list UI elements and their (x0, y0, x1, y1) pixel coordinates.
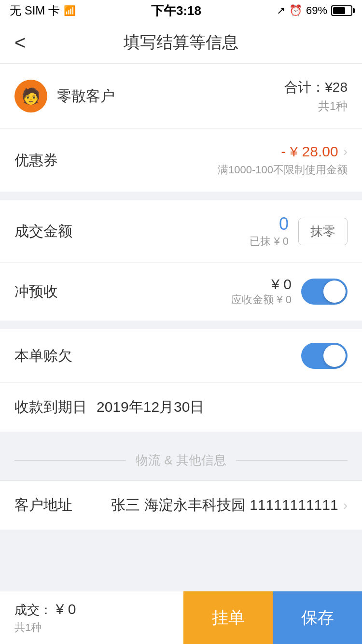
status-time: 下午3:18 (151, 2, 201, 19)
prepayment-right: ¥ 0 应收金额 ¥ 0 (231, 276, 348, 307)
prepayment-toggle[interactable] (301, 279, 348, 305)
location-icon: ↗ (277, 4, 285, 17)
bottom-deal-amount: ¥ 0 (56, 601, 76, 617)
divider-1 (0, 192, 362, 200)
deal-amount-value[interactable]: 0 (250, 214, 289, 234)
wifi-icon: 📶 (64, 5, 76, 16)
debt-toggle-thumb (323, 345, 346, 367)
deal-amount-label: 成交金额 (14, 222, 72, 241)
status-bar: 无 SIM 卡 📶 下午3:18 ↗ ⏰ 69% (0, 0, 362, 21)
due-date-value[interactable]: 2019年12月30日 (97, 397, 204, 417)
back-icon: < (14, 32, 26, 53)
divider-3 (0, 432, 362, 440)
avatar-char: 🧑 (21, 87, 41, 105)
battery-icon (331, 5, 352, 16)
round-off-button[interactable]: 抹零 (298, 218, 348, 245)
prepayment-label: 冲预收 (14, 282, 58, 302)
due-date-row: 收款到期日 2019年12月30日 (0, 383, 362, 432)
chevron-right-icon: › (343, 144, 348, 159)
address-row[interactable]: 客户地址 张三 海淀永丰科技园 11111111111 › (0, 481, 362, 530)
bottom-deal-label: 成交： (14, 602, 52, 617)
debt-label: 本单赊欠 (14, 346, 72, 366)
total-amount: 合计：¥28 (284, 78, 348, 97)
deal-amount-row: 成交金额 0 已抹 ¥ 0 抹零 (0, 200, 362, 263)
pend-button[interactable]: 挂单 (183, 591, 273, 644)
debt-right (301, 343, 348, 369)
bottom-bar: 成交： ¥ 0 共1种 挂单 保存 (0, 591, 362, 644)
bottom-count: 共1种 (14, 620, 169, 635)
prepayment-row: 冲预收 ¥ 0 应收金额 ¥ 0 (0, 263, 362, 321)
customer-left: 🧑 零散客户 (14, 80, 115, 112)
prepayment-sub: 应收金额 ¥ 0 (231, 293, 292, 307)
battery-fill (333, 7, 345, 14)
address-value: 张三 海淀永丰科技园 11111111111 (111, 495, 338, 515)
coupon-row[interactable]: 优惠券 - ¥ 28.00 › 满1000-100不限制使用金额 (0, 128, 362, 192)
address-label: 客户地址 (14, 495, 72, 515)
customer-right: 合计：¥28 共1种 (284, 78, 348, 114)
coupon-amount: - ¥ 28.00 (281, 143, 338, 160)
save-button[interactable]: 保存 (273, 591, 362, 644)
status-right: ↗ ⏰ 69% (277, 4, 352, 17)
no-sim-label: 无 SIM 卡 (10, 3, 60, 18)
alarm-icon: ⏰ (289, 4, 302, 17)
coupon-desc: 满1000-100不限制使用金额 (218, 163, 348, 177)
back-button[interactable]: < (14, 28, 30, 57)
address-right: 张三 海淀永丰科技园 11111111111 › (111, 495, 348, 515)
customer-row: 🧑 零散客户 合计：¥28 共1种 (0, 64, 362, 128)
coupon-right-wrap: - ¥ 28.00 › 满1000-100不限制使用金额 (218, 143, 348, 177)
logistics-label: 物流 & 其他信息 (136, 452, 226, 469)
due-date-label: 收款到期日 (14, 397, 87, 417)
divider-line-left (14, 460, 126, 461)
address-chevron-icon: › (343, 498, 348, 513)
customer-name: 零散客户 (57, 86, 115, 106)
divider-line-right (236, 460, 348, 461)
total-count: 共1种 (284, 98, 348, 114)
page-title: 填写结算等信息 (124, 31, 238, 54)
toggle-thumb (323, 280, 346, 303)
deal-amount-right: 0 已抹 ¥ 0 抹零 (250, 214, 348, 249)
logistics-section-label: 物流 & 其他信息 (0, 440, 362, 480)
customer-section: 🧑 零散客户 合计：¥28 共1种 优惠券 - ¥ 28.00 › 满1000-… (0, 64, 362, 192)
nav-bar: < 填写结算等信息 (0, 21, 362, 64)
deal-section: 成交金额 0 已抹 ¥ 0 抹零 冲预收 ¥ 0 应收金额 ¥ 0 (0, 200, 362, 321)
coupon-label: 优惠券 (14, 151, 58, 170)
content: 🧑 零散客户 合计：¥28 共1种 优惠券 - ¥ 28.00 › 满1000-… (0, 64, 362, 644)
bottom-info: 成交： ¥ 0 共1种 (0, 601, 183, 635)
deal-amount-sub: 已抹 ¥ 0 (250, 234, 289, 249)
divider-2 (0, 321, 362, 329)
avatar: 🧑 (14, 80, 47, 112)
prepayment-col: ¥ 0 应收金额 ¥ 0 (231, 276, 292, 307)
debt-row: 本单赊欠 (0, 329, 362, 383)
debt-toggle[interactable] (301, 343, 348, 369)
status-left: 无 SIM 卡 📶 (10, 3, 76, 18)
debt-section: 本单赊欠 收款到期日 2019年12月30日 (0, 329, 362, 432)
bottom-deal-row: 成交： ¥ 0 (14, 601, 169, 618)
prepayment-amount: ¥ 0 (231, 276, 292, 293)
battery-percent: 69% (306, 4, 327, 17)
